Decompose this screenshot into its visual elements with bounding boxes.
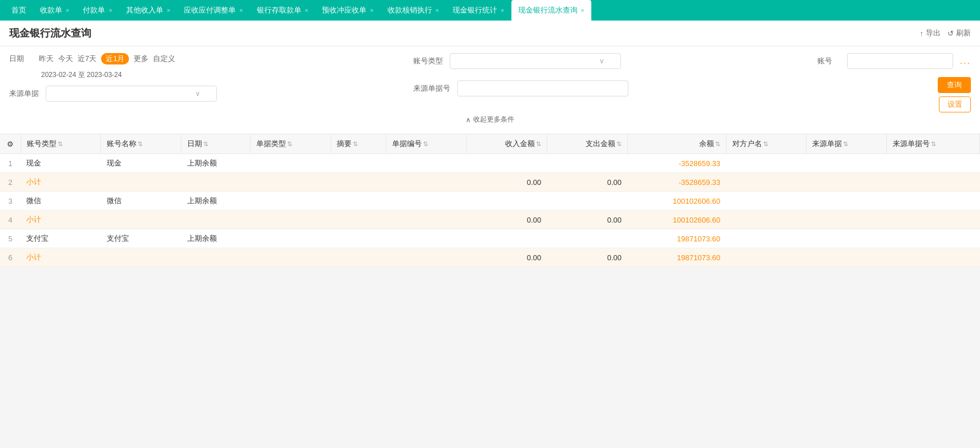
date-shortcuts: 昨天 今天 近7天 近1月 更多 自定义 — [39, 53, 175, 64]
cell-doc-type — [250, 229, 330, 248]
page-header: 现金银行流水查询 ↑ 导出 ↺ 刷新 — [0, 21, 980, 46]
gear-icon: ⚙ — [7, 140, 14, 148]
nav-home[interactable]: 首页 — [5, 0, 33, 21]
cell-account-type: 现金 — [21, 154, 101, 173]
cell-income — [466, 192, 547, 211]
collapse-label: 收起更多条件 — [473, 115, 514, 124]
col-date[interactable]: 日期⇅ — [182, 134, 251, 154]
cell-counterparty — [726, 229, 806, 248]
cell-account-type: 微信 — [21, 192, 101, 211]
collapse-bar[interactable]: ∧ 收起更多条件 — [9, 112, 971, 127]
close-icon[interactable]: × — [435, 0, 439, 21]
query-button[interactable]: 查询 — [938, 77, 971, 93]
col-source-doc[interactable]: 来源单据⇅ — [806, 134, 887, 154]
cell-balance: -3528659.33 — [627, 154, 726, 173]
col-account-name[interactable]: 账号名称⇅ — [101, 134, 182, 154]
cell-source-doc — [806, 211, 887, 229]
account-type-select[interactable]: ∨ — [450, 53, 621, 69]
shortcut-more[interactable]: 更多 — [134, 54, 148, 64]
shortcut-custom[interactable]: 自定义 — [153, 54, 175, 64]
cell-source-doc-no — [887, 173, 980, 192]
cell-summary — [330, 248, 386, 267]
cell-account-type: 支付宝 — [21, 229, 101, 248]
close-icon[interactable]: × — [305, 0, 308, 21]
col-account-type[interactable]: 账号类型⇅ — [21, 134, 101, 154]
shortcut-today[interactable]: 今天 — [58, 54, 73, 64]
settings-button[interactable]: 设置 — [939, 96, 971, 112]
header-actions: ↑ 导出 ↺ 刷新 — [920, 28, 971, 38]
top-nav: 首页 收款单 × 付款单 × 其他收入单 × 应收应付调整单 × 银行存取款单 … — [0, 0, 980, 21]
cell-doc-type — [250, 248, 330, 267]
export-icon: ↑ — [920, 29, 924, 38]
account-input[interactable] — [847, 53, 953, 69]
source-doc-label: 来源单据 — [9, 88, 39, 99]
row-number: 2 — [0, 173, 21, 192]
close-icon[interactable]: × — [108, 0, 112, 21]
nav-tab-shoukuanhexiao[interactable]: 收款核销执行 × — [381, 0, 446, 21]
cell-counterparty — [726, 192, 806, 211]
date-label: 日期 — [9, 54, 32, 64]
close-icon[interactable]: × — [581, 0, 584, 21]
cell-balance: 100102606.60 — [627, 211, 726, 229]
sort-icon: ⇅ — [138, 140, 143, 147]
source-doc-select[interactable]: ∨ — [46, 86, 217, 102]
source-doc-no-input[interactable] — [457, 80, 628, 96]
shortcut-yesterday[interactable]: 昨天 — [39, 54, 54, 64]
sort-icon: ⇅ — [843, 140, 848, 147]
col-expense[interactable]: 支出金额⇅ — [547, 134, 627, 154]
col-gear[interactable]: ⚙ — [0, 134, 21, 154]
cell-income — [466, 154, 547, 173]
close-icon[interactable]: × — [370, 0, 373, 21]
nav-tab-shoukuandan[interactable]: 收款单 × — [33, 0, 76, 21]
shortcut-7days[interactable]: 近7天 — [78, 54, 96, 64]
cell-account-name — [101, 248, 182, 267]
cell-source-doc — [806, 173, 887, 192]
nav-tab-xianjinyinhangtongjit[interactable]: 现金银行统计 × — [446, 0, 511, 21]
refresh-button[interactable]: ↺ 刷新 — [947, 28, 971, 38]
cell-source-doc-no — [887, 192, 980, 211]
cell-expense: 0.00 — [547, 248, 627, 267]
cell-doc-type — [250, 154, 330, 173]
table-header-row: ⚙ 账号类型⇅ 账号名称⇅ 日期⇅ 单据类型⇅ 摘要⇅ 单据编号⇅ 收入金额⇅ … — [0, 134, 980, 154]
sort-icon: ⇅ — [715, 140, 720, 147]
cell-counterparty — [726, 248, 806, 267]
cell-income: 0.00 — [466, 248, 547, 267]
cell-doc-type — [250, 211, 330, 229]
col-doc-no[interactable]: 单据编号⇅ — [386, 134, 467, 154]
shortcut-1month[interactable]: 近1月 — [101, 53, 129, 64]
cell-date: 上期余额 — [182, 192, 251, 211]
nav-tab-yinhangcunqu[interactable]: 银行存取款单 × — [250, 0, 315, 21]
account-dots-button[interactable]: ... — [960, 56, 971, 66]
cell-account-type: 小计 — [21, 173, 101, 192]
cell-expense: 0.00 — [547, 173, 627, 192]
cell-doc-type — [250, 192, 330, 211]
col-counterparty[interactable]: 对方户名⇅ — [726, 134, 806, 154]
nav-tab-yingshouyingfu[interactable]: 应收应付调整单 × — [177, 0, 249, 21]
cell-balance: 19871073.60 — [627, 248, 726, 267]
export-button[interactable]: ↑ 导出 — [920, 28, 941, 38]
col-summary[interactable]: 摘要⇅ — [330, 134, 386, 154]
cell-date: 上期余额 — [182, 154, 251, 173]
close-icon[interactable]: × — [167, 0, 170, 21]
nav-tab-qitashouruan[interactable]: 其他收入单 × — [119, 0, 177, 21]
refresh-icon: ↺ — [947, 29, 954, 38]
close-icon[interactable]: × — [239, 0, 243, 21]
source-doc-no-label: 来源单据号 — [413, 83, 450, 94]
cell-doc-no — [386, 211, 467, 229]
row-number: 1 — [0, 154, 21, 173]
col-balance[interactable]: 余额⇅ — [627, 134, 726, 154]
cell-source-doc — [806, 229, 887, 248]
nav-tab-liushui[interactable]: 现金银行流水查询 × — [511, 0, 591, 21]
close-icon[interactable]: × — [501, 0, 504, 21]
sort-icon: ⇅ — [353, 140, 358, 147]
cell-expense — [547, 192, 627, 211]
col-doc-type[interactable]: 单据类型⇅ — [250, 134, 330, 154]
close-icon[interactable]: × — [66, 0, 69, 21]
col-income[interactable]: 收入金额⇅ — [466, 134, 547, 154]
nav-tab-yushou[interactable]: 预收冲应收单 × — [315, 0, 380, 21]
cell-doc-no — [386, 248, 467, 267]
row-number: 5 — [0, 229, 21, 248]
col-source-doc-no[interactable]: 来源单据号⇅ — [887, 134, 980, 154]
cell-account-name: 现金 — [101, 154, 182, 173]
nav-tab-fukuandan[interactable]: 付款单 × — [76, 0, 119, 21]
